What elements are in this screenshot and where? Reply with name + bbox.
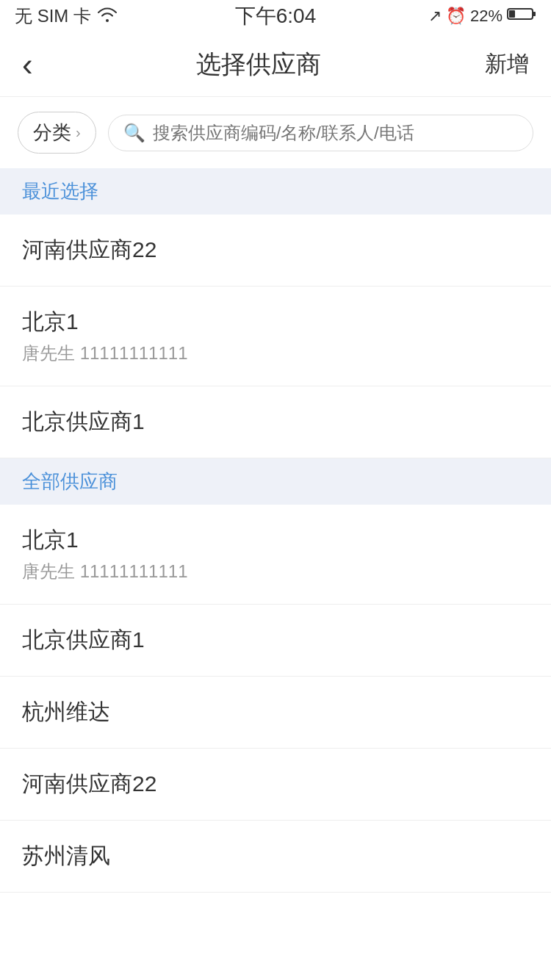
list-item[interactable]: 苏州清风 [0,821,551,893]
back-button[interactable]: ‹ [22,46,33,83]
location-icon: ↗ [428,7,442,26]
carrier-text: 无 SIM 卡 [15,4,91,28]
item-name: 苏州清风 [22,841,529,871]
all-list: 北京1 唐先生 11111111111北京供应商1杭州维达河南供应商22苏州清风 [0,505,551,893]
alarm-icon: ⏰ [446,7,466,26]
all-section-header: 全部供应商 [0,458,551,505]
category-button[interactable]: 分类 › [18,112,96,154]
item-name: 河南供应商22 [22,235,529,265]
status-bar: 无 SIM 卡 下午6:04 ↗ ⏰ 22% [0,0,551,32]
item-name: 河南供应商22 [22,769,529,799]
nav-bar: ‹ 选择供应商 新增 [0,32,551,97]
item-name: 北京1 [22,525,529,555]
item-sub: 唐先生 11111111111 [22,342,529,365]
item-name: 北京供应商1 [22,407,529,437]
list-item[interactable]: 北京1 唐先生 11111111111 [0,505,551,605]
svg-rect-1 [533,12,536,16]
list-item[interactable]: 北京供应商1 [0,386,551,458]
list-item[interactable]: 北京供应商1 [0,605,551,677]
list-item[interactable]: 北京1 唐先生 11111111111 [0,287,551,386]
recent-list: 河南供应商22北京1 唐先生 11111111111北京供应商1 [0,215,551,458]
category-label: 分类 [33,120,71,145]
battery-text: 22% [470,7,503,26]
list-item[interactable]: 河南供应商22 [0,749,551,821]
item-name: 北京供应商1 [22,625,529,655]
item-sub: 唐先生 11111111111 [22,560,529,583]
search-icon: 🔍 [123,123,145,143]
search-input[interactable] [153,123,518,143]
filter-bar: 分类 › 🔍 [0,97,551,168]
list-item[interactable]: 河南供应商22 [0,215,551,287]
item-name: 北京1 [22,307,529,337]
list-item[interactable]: 杭州维达 [0,677,551,749]
search-box: 🔍 [108,115,533,151]
add-button[interactable]: 新增 [485,49,529,79]
status-right: ↗ ⏰ 22% [428,7,536,26]
item-name: 杭州维达 [22,697,529,727]
status-time: 下午6:04 [235,2,317,30]
recent-section-header: 最近选择 [0,168,551,215]
svg-rect-2 [509,10,515,18]
chevron-right-icon: › [76,124,81,141]
battery-icon [507,7,536,26]
page-title: 选择供应商 [196,48,321,82]
status-left: 无 SIM 卡 [15,4,118,28]
all-section-label: 全部供应商 [22,470,118,492]
wifi-icon [97,6,118,26]
recent-section-label: 最近选择 [22,180,98,202]
